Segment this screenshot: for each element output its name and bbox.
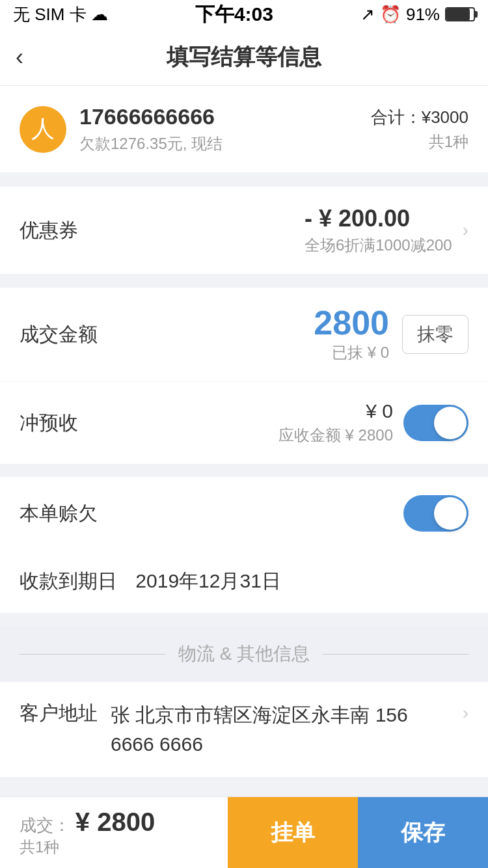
coupon-row[interactable]: 优惠券 - ¥ 200.00 全场6折满1000减200 ›	[0, 187, 488, 275]
divider-3	[0, 464, 488, 477]
customer-debt: 欠款1276.35元, 现结	[79, 133, 223, 154]
battery-percent: 91%	[406, 5, 440, 25]
bottom-deal-amount: ¥ 2800	[75, 807, 155, 836]
coupon-sub: 全场6折满1000减200	[305, 235, 452, 256]
hang-button[interactable]: 挂单	[228, 797, 358, 868]
battery-icon	[445, 7, 475, 21]
chong-amount: ¥ 0	[278, 400, 393, 422]
status-right: ↗ ⏰ 91%	[360, 5, 475, 25]
coupon-chevron: ›	[463, 220, 468, 241]
toggle-knob-2	[434, 497, 467, 530]
coupon-value: - ¥ 200.00	[305, 205, 452, 232]
status-bar: 无 SIM 卡 ☁ 下午4:03 ↗ ⏰ 91%	[0, 0, 488, 29]
deal-amount-row: 成交金额 2800 已抹 ¥ 0 抹零	[0, 288, 488, 382]
bottom-bar: 成交： ¥ 2800 共1种 挂单 保存	[0, 796, 488, 868]
page-title: 填写结算等信息	[167, 42, 321, 72]
total-label: 合计：¥3000	[371, 106, 468, 129]
order-debt-row: 本单赊欠	[0, 477, 488, 550]
content-area: 人 17666666666 欠款1276.35元, 现结 合计：¥3000 共1…	[0, 86, 488, 868]
save-button[interactable]: 保存	[358, 797, 488, 868]
logistics-line-left	[20, 654, 165, 655]
chong-precollect-row: 冲预收 ¥ 0 应收金额 ¥ 2800	[0, 382, 488, 464]
order-debt-toggle[interactable]	[403, 495, 468, 532]
address-chevron: ›	[463, 703, 468, 724]
deal-amount-number: 2800	[314, 306, 389, 340]
total-count: 共1种	[371, 131, 468, 152]
due-date-label: 收款到期日 2019年12月31日	[20, 568, 281, 595]
chong-sub: 应收金额 ¥ 2800	[278, 425, 393, 446]
nav-bar: ‹ 填写结算等信息	[0, 29, 488, 86]
divider-4	[0, 613, 488, 626]
sim-label: 无 SIM 卡 ☁	[13, 3, 108, 26]
status-time: 下午4:03	[195, 1, 273, 28]
customer-card: 人 17666666666 欠款1276.35元, 现结 合计：¥3000 共1…	[0, 86, 488, 172]
back-button[interactable]: ‹	[16, 44, 23, 71]
address-label: 客户地址	[20, 700, 98, 727]
round-button[interactable]: 抹零	[402, 315, 468, 354]
due-date-value: 2019年12月31日	[135, 570, 280, 591]
toggle-knob	[434, 407, 467, 439]
divider-2	[0, 275, 488, 288]
location-icon: ↗	[360, 5, 375, 25]
customer-total: 合计：¥3000 共1种	[371, 106, 468, 152]
status-left: 无 SIM 卡 ☁	[13, 3, 108, 26]
logistics-label: 物流 & 其他信息	[178, 642, 310, 666]
avatar: 人	[20, 106, 66, 153]
logistics-section: 物流 & 其他信息	[0, 626, 488, 682]
chong-label: 冲预收	[20, 410, 78, 437]
deal-amount-sub: 已抹 ¥ 0	[314, 342, 389, 363]
divider-1	[0, 174, 488, 187]
bottom-count: 共1种	[20, 837, 208, 858]
address-row[interactable]: 客户地址 张 北京市市辖区海淀区永丰南 156 6666 6666 ›	[0, 682, 488, 777]
order-debt-label: 本单赊欠	[20, 500, 98, 527]
alarm-icon: ⏰	[380, 5, 401, 25]
coupon-label: 优惠券	[20, 217, 78, 244]
bottom-deal-label: 成交：	[20, 815, 70, 835]
bottom-total-section: 成交： ¥ 2800 共1种	[0, 797, 228, 868]
address-value: 张 北京市市辖区海淀区永丰南 156 6666 6666	[111, 700, 450, 759]
due-date-row: 收款到期日 2019年12月31日	[0, 550, 488, 613]
chong-toggle[interactable]	[403, 405, 468, 441]
deal-amount-label: 成交金额	[20, 321, 98, 348]
customer-phone: 17666666666	[79, 104, 223, 129]
logistics-line-right	[323, 654, 468, 655]
